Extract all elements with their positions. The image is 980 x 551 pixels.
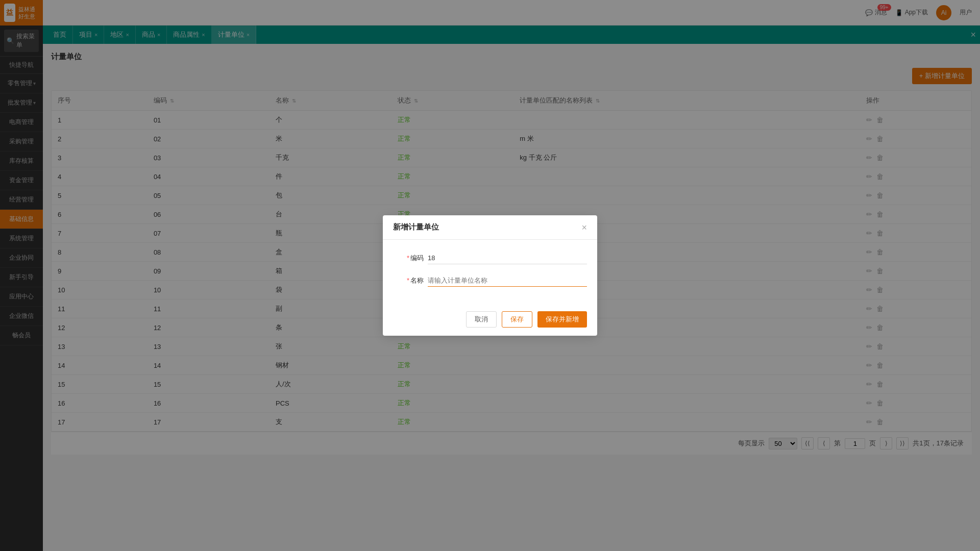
modal-close-button[interactable]: × — [581, 223, 587, 232]
modal-overlay: 新增计量单位 × *编码 *名称 取消 保存 保存并新增 — [0, 0, 980, 551]
modal-title: 新增计量单位 — [393, 222, 439, 232]
save-button[interactable]: 保存 — [502, 311, 532, 328]
cancel-button[interactable]: 取消 — [466, 311, 497, 328]
save-and-new-button[interactable]: 保存并新增 — [537, 311, 587, 328]
name-label: *名称 — [393, 276, 424, 285]
add-unit-modal: 新增计量单位 × *编码 *名称 取消 保存 保存并新增 — [383, 215, 597, 336]
code-form-row: *编码 — [393, 252, 587, 264]
name-form-row: *名称 — [393, 274, 587, 287]
name-input[interactable] — [428, 274, 587, 287]
modal-header: 新增计量单位 × — [383, 215, 597, 240]
code-label: *编码 — [393, 254, 424, 263]
modal-footer: 取消 保存 保存并新增 — [383, 305, 597, 336]
code-input[interactable] — [428, 252, 587, 264]
modal-body: *编码 *名称 — [383, 240, 597, 305]
